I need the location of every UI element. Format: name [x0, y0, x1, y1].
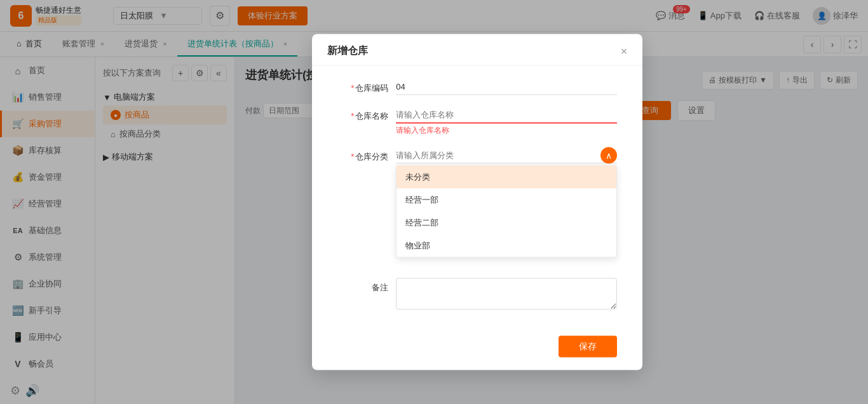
category-arrow-icon[interactable]: ∧ — [600, 147, 617, 164]
add-warehouse-modal: 新增仓库 × *仓库编码 *仓库名称 请输入仓库名称 *仓库分类 — [312, 34, 642, 370]
form-row-name: *仓库名称 请输入仓库名称 — [337, 107, 617, 136]
dropdown-item-2[interactable]: 经营二部 — [397, 212, 616, 234]
modal-body: *仓库编码 *仓库名称 请输入仓库名称 *仓库分类 ∧ — [312, 66, 642, 336]
category-control: ∧ 未分类 经营一部 经营二部 物业部 — [396, 147, 617, 164]
save-button[interactable]: 保存 — [559, 336, 617, 358]
form-row-category: *仓库分类 ∧ 未分类 经营一部 经营二部 物业部 — [337, 147, 617, 164]
name-error-text: 请输入仓库名称 — [396, 125, 617, 136]
name-input[interactable] — [396, 107, 617, 124]
note-label: 备注 — [337, 278, 388, 293]
modal-title: 新增仓库 — [327, 44, 368, 58]
modal-close-button[interactable]: × — [621, 45, 628, 57]
dropdown-item-1[interactable]: 经营一部 — [397, 189, 616, 212]
category-input[interactable] — [396, 147, 617, 164]
code-control — [396, 79, 617, 95]
dropdown-item-3[interactable]: 物业部 — [397, 234, 616, 257]
dropdown-item-0[interactable]: 未分类 — [397, 166, 616, 189]
category-dropdown: 未分类 经营一部 经营二部 物业部 — [396, 165, 617, 258]
code-input[interactable] — [396, 79, 617, 95]
modal-footer: 保存 — [312, 336, 642, 358]
note-control — [396, 278, 617, 312]
name-control: 请输入仓库名称 — [396, 107, 617, 136]
code-label: *仓库编码 — [337, 79, 388, 94]
modal-header: 新增仓库 × — [312, 34, 642, 66]
form-row-code: *仓库编码 — [337, 79, 617, 95]
note-input[interactable] — [396, 278, 617, 310]
category-label: *仓库分类 — [337, 147, 388, 163]
name-label: *仓库名称 — [337, 107, 388, 122]
form-row-note: 备注 — [337, 278, 617, 312]
